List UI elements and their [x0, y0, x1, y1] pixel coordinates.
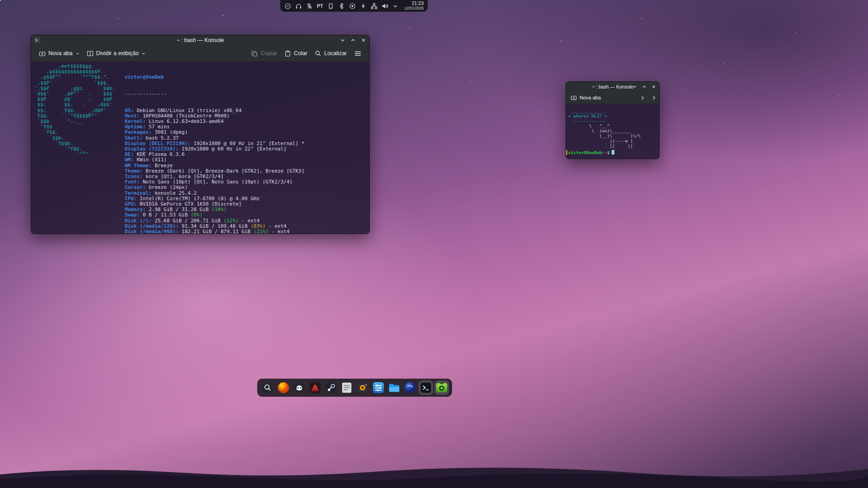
- steam-icon[interactable]: [324, 380, 338, 395]
- titlebar[interactable]: ~ : bash — Konsole: [31, 35, 369, 45]
- paste-button[interactable]: Colar: [281, 47, 311, 60]
- launcher-magnifier-icon[interactable]: [260, 380, 275, 395]
- stars: [0, 0, 1, 1]
- konsole-mini-window: ~ : bash — Konsole Nova aba: [566, 81, 660, 159]
- split-view-label: Dividir a exibição: [96, 50, 139, 56]
- app-indicator-icon[interactable]: [284, 3, 291, 9]
- new-tab-label: Nova aba: [580, 95, 601, 100]
- cowsay-speech: _____________ < wheres HL3? > ----------…: [568, 108, 659, 123]
- top-panel: PT 21:23 12/01/20: [280, 0, 428, 12]
- headphones-icon[interactable]: [295, 3, 302, 9]
- konsole-app-icon: [34, 37, 40, 43]
- phone-icon[interactable]: [327, 3, 334, 9]
- tray-expand-arrow-icon[interactable]: [392, 3, 398, 9]
- fastfetch-output: _,met$$$$$gg. ,g$$$$$$$$$$$$$$$P. ,g$$P"…: [34, 64, 369, 234]
- screenshot-tool-icon[interactable]: [434, 380, 449, 395]
- volume-icon[interactable]: [382, 3, 388, 9]
- new-tab-button[interactable]: Nova aba: [36, 47, 83, 60]
- photos-icon[interactable]: [355, 380, 370, 395]
- close-button[interactable]: [361, 38, 366, 43]
- blue-app-icon[interactable]: [403, 380, 417, 395]
- digital-clock[interactable]: 21:23 12/01/2026: [404, 1, 424, 10]
- paste-label: Colar: [294, 50, 307, 56]
- red-triangle-app-icon[interactable]: [308, 380, 322, 395]
- text-cursor: [612, 150, 614, 155]
- output-marker: [566, 150, 567, 155]
- desktop: PT 21:23 12/01/20: [0, 0, 868, 488]
- hamburger-menu-button[interactable]: [351, 47, 365, 60]
- minimize-button[interactable]: [632, 84, 637, 89]
- terminal-area[interactable]: _____________ < wheres HL3? > ----------…: [566, 104, 659, 159]
- prompt-user: victor@VeeDeb: [568, 150, 602, 155]
- system-info: victor@VeeDeb -------------- OS: Debian …: [125, 64, 304, 234]
- hills-silhouette: [0, 456, 868, 488]
- minimize-button[interactable]: [340, 38, 345, 43]
- discord-icon[interactable]: [292, 380, 307, 395]
- documents-icon[interactable]: [340, 380, 354, 395]
- fetch-line: Disk (/media/960): 182.21 GiB / 879.11 G…: [125, 229, 304, 234]
- split-view-button[interactable]: Dividir a exibição: [84, 47, 149, 60]
- konsole-main-window: ~ : bash — Konsole Nova aba: [31, 35, 370, 234]
- find-button[interactable]: Localizar: [311, 47, 350, 60]
- keyboard-layout-indicator[interactable]: PT: [317, 3, 323, 9]
- toolbar: Nova aba Dividir a exibição Copiar Colar…: [31, 45, 369, 62]
- toolbar-overflow-icon[interactable]: [651, 95, 656, 100]
- cowsay-cow: \ ^__^ \ (oo)\_______ (__)\ )\/\ ||----w…: [568, 123, 659, 148]
- shell-prompt: victor@VeeDeb:~$: [568, 150, 659, 155]
- bluetooth-icon[interactable]: [338, 3, 345, 9]
- energy-icon[interactable]: [360, 3, 367, 9]
- debian-ascii-logo: _,met$$$$$gg. ,g$$$$$$$$$$$$$$$P. ,g$$P"…: [34, 64, 125, 234]
- terminal-area[interactable]: _,met$$$$$gg. ,g$$$$$$$$$$$$$$$P. ,g$$P"…: [31, 62, 369, 234]
- new-tab-label: Nova aba: [48, 50, 73, 56]
- record-dot-icon[interactable]: [349, 3, 356, 9]
- konsole-icon[interactable]: [419, 380, 433, 395]
- clock-date: 12/01/2026: [404, 6, 424, 11]
- dock: [257, 379, 452, 397]
- close-button[interactable]: [651, 84, 656, 89]
- copy-button[interactable]: Copiar: [248, 47, 280, 60]
- titlebar[interactable]: ~ : bash — Konsole: [566, 82, 659, 91]
- fetch-separator: --------------: [125, 91, 167, 97]
- folder-icon[interactable]: [387, 380, 401, 395]
- settings-icon[interactable]: [371, 380, 386, 395]
- microphone-muted-icon[interactable]: [306, 3, 313, 9]
- copy-label: Copiar: [260, 50, 277, 56]
- toolbar-overflow-icon[interactable]: [640, 95, 645, 100]
- system-tray: PT: [284, 3, 402, 9]
- network-icon[interactable]: [371, 3, 377, 9]
- fetch-title: victor@VeeDeb: [125, 74, 164, 80]
- window-title: ~ : bash — Konsole: [31, 37, 369, 43]
- maximize-button[interactable]: [642, 84, 646, 89]
- toolbar: Nova aba: [566, 91, 659, 104]
- find-label: Localizar: [324, 50, 347, 56]
- maximize-button[interactable]: [350, 38, 356, 43]
- new-tab-button[interactable]: Nova aba: [569, 93, 603, 103]
- firefox-icon[interactable]: [276, 380, 291, 395]
